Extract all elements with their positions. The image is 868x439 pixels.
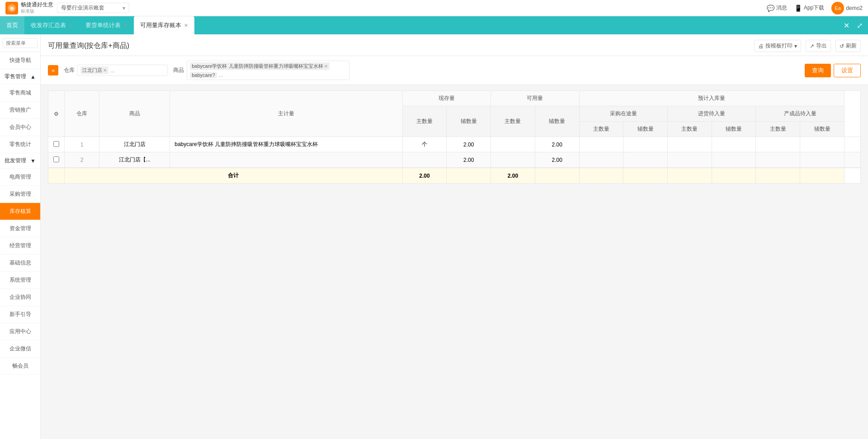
row-product: babycare学饮杯 儿童防摔防撞吸管杯重力球吸嘴杯宝宝水杯 xyxy=(170,137,402,152)
sidebar-item-retail-stats[interactable]: 零售统计 xyxy=(0,136,40,153)
maximize-btn[interactable]: ⤢ xyxy=(855,19,864,32)
tab-order-stats[interactable]: 要货单统计表 ✕ xyxy=(79,16,134,34)
search-input[interactable] xyxy=(3,38,38,48)
product-filter-label: 商品 xyxy=(173,66,184,74)
sidebar-item-vip-member[interactable]: 畅会员 xyxy=(0,358,40,375)
sidebar-item-finance[interactable]: 资金管理 xyxy=(0,220,40,237)
phone-icon: 📱 xyxy=(794,5,802,12)
row-num: 1 xyxy=(65,137,99,152)
row-checkbox[interactable] xyxy=(48,152,65,168)
sidebar-item-app-center[interactable]: 应用中心 xyxy=(0,323,40,340)
user-area[interactable]: Ea demo2 xyxy=(831,2,863,14)
product-tag-1-remove[interactable]: ✕ xyxy=(324,64,328,69)
col-group-incoming: 进货待入量 xyxy=(668,106,756,122)
row-unit xyxy=(402,152,447,168)
col-group-forecast: 预计入库量 xyxy=(579,91,844,106)
refresh-icon: ↺ xyxy=(840,43,844,49)
footer-stock-aux xyxy=(447,168,491,184)
row-checkbox[interactable] xyxy=(48,137,65,152)
row-avail-main: 2.00 xyxy=(535,137,579,152)
footer-purchase-aux xyxy=(623,168,668,184)
row-warehouse: 江北门店 xyxy=(99,137,170,152)
col-incoming-main: 主数量 xyxy=(668,122,712,137)
top-header: 畅 畅捷通好生意 标准版 母婴行业演示账套 ▾ 💬 消息 📱 App下载 Ea … xyxy=(0,0,868,16)
row-unit: 个 xyxy=(402,137,447,152)
header-right: 💬 消息 📱 App下载 Ea demo2 xyxy=(767,2,863,14)
col-unit: 主计量 xyxy=(170,91,402,137)
footer-stock-main: 2.00 xyxy=(402,168,447,184)
tab-receive-pay-label: 收发存汇总表 xyxy=(31,21,66,29)
warehouse-filter-label: 仓库 xyxy=(64,66,75,74)
tab-available-stock[interactable]: 可用量库存账本 ✕ xyxy=(134,16,194,34)
sidebar-item-purchase[interactable]: 采购管理 xyxy=(0,186,40,203)
product-filter-group: 商品 babycare学饮杯 儿童防摔防撞吸管杯重力球吸嘴杯宝宝水杯 ✕ bab… xyxy=(173,61,349,80)
sidebar-item-operation[interactable]: 经营管理 xyxy=(0,237,40,255)
col-group-available: 可用量 xyxy=(491,91,579,106)
tab-order-stats-close[interactable]: ✕ xyxy=(123,23,127,28)
print-dropdown-icon: ▾ xyxy=(794,43,797,49)
main-layout: 快捷导航 零售管理 ▲ 零售商城 营销推广 会员中心 零售统计 批发管理 ▼ 电… xyxy=(0,34,868,439)
export-btn[interactable]: ↗ 导出 xyxy=(806,40,831,52)
tab-home-label: 首页 xyxy=(6,21,18,29)
col-warehouse: 仓库 xyxy=(65,91,99,137)
chevron-down-icon: ▼ xyxy=(30,158,36,164)
footer-settings xyxy=(48,168,65,184)
filter-expand-btn[interactable]: » xyxy=(48,65,58,76)
row-incoming-aux xyxy=(756,137,800,152)
tab-available-stock-close[interactable]: ✕ xyxy=(184,23,188,28)
sidebar-item-newbie[interactable]: 新手引导 xyxy=(0,306,40,323)
sidebar-item-enterprise[interactable]: 企业协同 xyxy=(0,289,40,306)
sidebar: 快捷导航 零售管理 ▲ 零售商城 营销推广 会员中心 零售统计 批发管理 ▼ 电… xyxy=(0,34,41,439)
message-label: 消息 xyxy=(776,4,787,12)
product-tag-1: babycare学饮杯 儿童防摔防撞吸管杯重力球吸嘴杯宝宝水杯 ✕ xyxy=(190,62,329,70)
tab-receive-pay[interactable]: 收发存汇总表 ✕ xyxy=(24,16,79,34)
industry-label: 母婴行业演示账套 xyxy=(61,4,104,12)
data-table: ⚙ 仓库 商品 主计量 现存量 可用量 预计入库量 主数量 辅数量 主数量 辅数… xyxy=(48,90,861,184)
tab-bar-right: ✕ ⤢ xyxy=(842,19,868,32)
col-production-main: 主数量 xyxy=(756,122,800,137)
message-action[interactable]: 💬 消息 xyxy=(767,4,787,12)
sidebar-item-member[interactable]: 会员中心 xyxy=(0,119,40,136)
sidebar-item-ecommerce[interactable]: 电商管理 xyxy=(0,169,40,186)
col-purchase-aux: 辅数量 xyxy=(623,122,668,137)
filter-row: » 仓库 江北门店 ✕ ... 商品 babycare学饮杯 儿童防摔防撞吸管杯… xyxy=(41,56,868,85)
sidebar-item-basics[interactable]: 基础信息 xyxy=(0,255,40,272)
logo-icon: 畅 xyxy=(5,2,18,14)
sidebar-item-system[interactable]: 系统管理 xyxy=(0,272,40,289)
warehouse-filter-tags[interactable]: 江北门店 ✕ ... xyxy=(77,65,168,76)
product-more[interactable]: ... xyxy=(219,72,223,78)
settings-btn[interactable]: 设置 xyxy=(834,64,861,77)
col-group-stock: 现存量 xyxy=(402,91,491,106)
query-btn[interactable]: 查询 xyxy=(805,64,831,77)
sidebar-item-inventory[interactable]: 库存核算 xyxy=(0,203,40,220)
sidebar-item-marketing[interactable]: 营销推广 xyxy=(0,102,40,119)
print-btn[interactable]: 🖨 按模板打印 ▾ xyxy=(754,40,801,52)
tab-receive-pay-close[interactable]: ✕ xyxy=(69,23,73,28)
col-settings[interactable]: ⚙ xyxy=(48,91,65,137)
footer-purchase-main xyxy=(579,168,623,184)
row-production-aux xyxy=(844,137,860,152)
row-incoming-main xyxy=(712,152,756,168)
message-icon: 💬 xyxy=(767,5,774,12)
app-download-action[interactable]: 📱 App下载 xyxy=(794,4,824,12)
sidebar-item-retail[interactable]: 零售管理 ▲ xyxy=(0,69,40,85)
footer-avail-aux xyxy=(535,168,579,184)
industry-selector[interactable]: 母婴行业演示账套 ▾ xyxy=(57,3,129,13)
warehouse-more[interactable]: ... xyxy=(110,67,115,74)
col-group-purchase: 采购在途量 xyxy=(579,106,667,122)
close-all-btn[interactable]: ✕ xyxy=(842,19,851,32)
warehouse-tag-1-remove[interactable]: ✕ xyxy=(103,68,107,73)
tab-home[interactable]: 首页 xyxy=(0,16,24,34)
sidebar-item-quick-nav[interactable]: 快捷导航 xyxy=(0,52,40,69)
product-filter-tags[interactable]: babycare学饮杯 儿童防摔防撞吸管杯重力球吸嘴杯宝宝水杯 ✕ babyca… xyxy=(187,61,349,80)
row-num: 2 xyxy=(65,152,99,168)
row-avail-aux xyxy=(579,137,623,152)
refresh-btn[interactable]: ↺ 刷新 xyxy=(835,40,861,52)
sidebar-item-retail-mall[interactable]: 零售商城 xyxy=(0,85,40,102)
sidebar-item-enterprise-wechat[interactable]: 企业微信 xyxy=(0,340,40,358)
row-stock-aux xyxy=(491,137,535,152)
col-stock-main: 主数量 xyxy=(402,106,447,137)
filter-right: 查询 设置 xyxy=(805,64,861,77)
sidebar-item-wholesale[interactable]: 批发管理 ▼ xyxy=(0,153,40,169)
page-actions: 🖨 按模板打印 ▾ ↗ 导出 ↺ 刷新 xyxy=(754,40,861,52)
